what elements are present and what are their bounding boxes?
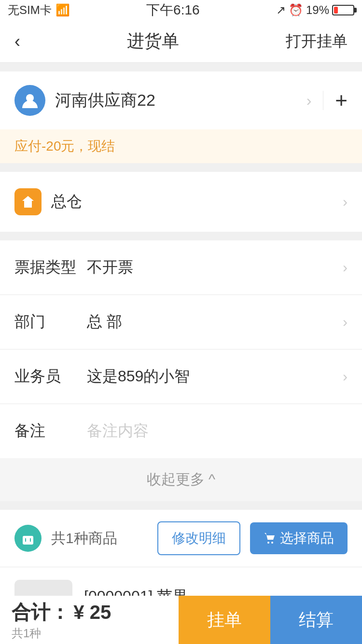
total-value: ¥ 25 bbox=[73, 602, 111, 623]
wifi-icon: 📶 bbox=[56, 3, 70, 17]
open-hang-button[interactable]: 打开挂单 bbox=[286, 31, 348, 52]
top-divider bbox=[0, 63, 362, 71]
alarm-icon: ⏰ bbox=[289, 3, 303, 17]
total-label: 合计： bbox=[12, 602, 70, 623]
total-main: 合计： ¥ 25 bbox=[12, 599, 167, 626]
warehouse-chevron-icon: › bbox=[343, 194, 348, 210]
svg-rect-1 bbox=[23, 536, 33, 545]
add-button[interactable]: + bbox=[335, 88, 348, 112]
back-button[interactable]: ‹ bbox=[14, 31, 20, 52]
remark-input[interactable]: 备注内容 bbox=[82, 420, 348, 442]
status-left: 无SIM卡 📶 bbox=[8, 2, 70, 18]
salesperson-chevron-icon: › bbox=[343, 368, 348, 385]
cart-icon bbox=[264, 532, 276, 545]
settle-button[interactable]: 结算 bbox=[270, 596, 362, 644]
divider-2 bbox=[0, 232, 362, 240]
collapse-label: 收起更多 ^ bbox=[147, 470, 215, 490]
salesperson-row[interactable]: 业务员 这是859的小智 › bbox=[0, 350, 362, 404]
total-count: 共1种 bbox=[12, 626, 167, 641]
svg-point-4 bbox=[267, 542, 269, 544]
total-section: 合计： ¥ 25 共1种 bbox=[0, 596, 179, 644]
form-section: 票据类型 不开票 › 部门 总 部 › 业务员 这是859的小智 › 备注 备注… bbox=[0, 240, 362, 458]
warehouse-row[interactable]: 总仓 › bbox=[0, 172, 362, 232]
edit-detail-button[interactable]: 修改明细 bbox=[157, 521, 240, 555]
department-chevron-icon: › bbox=[343, 314, 348, 330]
divider-1 bbox=[0, 163, 362, 172]
supplier-row[interactable]: 河南供应商22 › + bbox=[0, 71, 362, 129]
notice-text: 应付-20元，现结 bbox=[14, 139, 115, 154]
nav-bar: ‹ 进货单 打开挂单 bbox=[0, 20, 362, 63]
department-value: 总 部 bbox=[82, 311, 343, 333]
collapse-row[interactable]: 收起更多 ^ bbox=[0, 458, 362, 501]
supplier-avatar bbox=[14, 85, 45, 116]
select-product-label: 选择商品 bbox=[280, 529, 334, 547]
product-header: 共1种商品 修改明细 选择商品 bbox=[0, 510, 362, 567]
warehouse-section: 总仓 › bbox=[0, 172, 362, 232]
divider-3 bbox=[0, 501, 362, 510]
product-header-icon bbox=[14, 525, 42, 552]
status-right: ↗ ⏰ 19% bbox=[276, 3, 354, 17]
remark-row[interactable]: 备注 备注内容 bbox=[0, 404, 362, 458]
warehouse-icon bbox=[14, 188, 42, 215]
status-time: 下午6:16 bbox=[146, 1, 200, 19]
battery-pct: 19% bbox=[306, 3, 329, 17]
select-product-button[interactable]: 选择商品 bbox=[250, 522, 348, 554]
salesperson-value: 这是859的小智 bbox=[82, 366, 343, 387]
carrier-label: 无SIM卡 bbox=[8, 2, 52, 18]
supplier-name: 河南供应商22 bbox=[55, 89, 306, 112]
hang-button[interactable]: 挂单 bbox=[179, 596, 270, 644]
department-label: 部门 bbox=[14, 311, 82, 333]
warehouse-name: 总仓 bbox=[51, 191, 343, 212]
department-row[interactable]: 部门 总 部 › bbox=[0, 295, 362, 349]
battery-icon bbox=[332, 5, 354, 15]
supplier-section: 河南供应商22 › + 应付-20元，现结 bbox=[0, 71, 362, 163]
supplier-divider bbox=[323, 91, 323, 110]
svg-point-5 bbox=[271, 542, 273, 544]
invoice-type-label: 票据类型 bbox=[14, 257, 82, 278]
supplier-chevron-icon: › bbox=[306, 92, 312, 110]
notice-bar: 应付-20元，现结 bbox=[0, 129, 362, 163]
invoice-type-value: 不开票 bbox=[82, 257, 343, 278]
battery-fill bbox=[334, 7, 338, 14]
page-title: 进货单 bbox=[127, 29, 179, 53]
location-icon: ↗ bbox=[276, 3, 286, 17]
salesperson-label: 业务员 bbox=[14, 366, 82, 387]
status-bar: 无SIM卡 📶 下午6:16 ↗ ⏰ 19% bbox=[0, 0, 362, 20]
invoice-type-row[interactable]: 票据类型 不开票 › bbox=[0, 240, 362, 294]
remark-label: 备注 bbox=[14, 420, 82, 442]
invoice-type-chevron-icon: › bbox=[343, 259, 348, 276]
bottom-bar: 合计： ¥ 25 共1种 挂单 结算 bbox=[0, 596, 362, 644]
product-count-label: 共1种商品 bbox=[51, 529, 148, 548]
product-header-divider bbox=[0, 567, 362, 567]
